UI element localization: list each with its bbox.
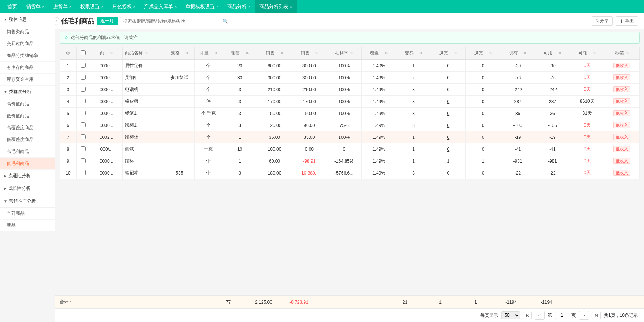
column-settings[interactable]: ⚙ — [60, 47, 77, 60]
prev-page-button[interactable]: ＜ — [535, 311, 545, 320]
nav-product-entry[interactable]: 产成品入库单 × — [140, 0, 181, 13]
nav-role-auth[interactable]: 角色授权 × — [108, 0, 140, 13]
nav-product-analysis[interactable]: 商品分析 × — [223, 0, 255, 13]
sidebar-group-cluster[interactable]: ▼ 类群度分析 — [0, 86, 55, 98]
sort-icon[interactable]: ⇅ — [419, 51, 422, 55]
close-icon[interactable]: × — [101, 5, 103, 9]
sidebar-item-category-sales-rate[interactable]: 商品分类助销率 — [0, 50, 55, 62]
close-icon[interactable]: × — [290, 5, 292, 9]
sidebar-item-high-value[interactable]: 高价值商品 — [0, 98, 55, 110]
sidebar-item-high-coverage[interactable]: 高覆盖度商品 — [0, 122, 55, 134]
sort-icon[interactable]: ⇅ — [281, 51, 283, 55]
sort-icon[interactable]: ⇅ — [558, 51, 561, 55]
row-checkbox[interactable] — [81, 99, 86, 103]
page-number-input[interactable] — [555, 312, 568, 319]
row-checkbox-cell[interactable] — [76, 155, 90, 167]
sort-icon[interactable]: ⇅ — [246, 51, 249, 55]
close-icon[interactable]: × — [174, 5, 177, 9]
sort-icon[interactable]: ⇅ — [350, 51, 353, 55]
row-checkbox[interactable] — [81, 75, 86, 80]
row-checkbox[interactable] — [81, 63, 86, 68]
row-checkbox[interactable] — [81, 158, 86, 163]
row-view1[interactable]: 0 — [431, 96, 465, 108]
row-checkbox[interactable] — [81, 146, 86, 151]
row-checkbox-cell[interactable] — [76, 84, 90, 96]
row-checkbox-cell[interactable] — [76, 108, 90, 119]
close-icon[interactable]: × — [133, 5, 135, 9]
sort-icon[interactable]: ⇅ — [145, 51, 148, 55]
row-checkbox-cell[interactable] — [76, 60, 90, 72]
share-button[interactable]: ⎘ 分享 — [592, 16, 613, 26]
sort-icon[interactable]: ⇅ — [385, 51, 388, 55]
row-current-stock: 36 — [500, 108, 535, 119]
row-sellable: 0天 — [570, 167, 605, 179]
row-view1[interactable]: 0 — [431, 60, 465, 72]
row-checkbox-cell[interactable] — [76, 143, 90, 155]
chevron-right-icon: ▶ — [4, 174, 7, 178]
row-checkbox-cell[interactable] — [76, 96, 90, 108]
last-page-button[interactable]: N — [592, 312, 601, 319]
nav-product-analysis-list[interactable]: 商品分析列表 × — [255, 0, 297, 13]
sort-icon[interactable]: ⇅ — [593, 51, 596, 55]
sort-icon[interactable]: ⇅ — [185, 51, 188, 55]
row-checkbox-cell[interactable] — [76, 119, 90, 131]
sidebar-item-stocked-goods[interactable]: 有库存的商品 — [0, 62, 55, 74]
row-sales-qty: 3 — [222, 84, 257, 96]
row-view1[interactable]: 0 — [431, 119, 465, 131]
sidebar-item-sales-goods[interactable]: 销售类商品 — [0, 26, 55, 38]
sort-icon[interactable]: ⇅ — [626, 51, 629, 55]
search-input[interactable] — [123, 19, 221, 24]
nav-permission-settings[interactable]: 权限设置 × — [76, 0, 108, 13]
next-page-button[interactable]: ＞ — [579, 311, 589, 320]
sidebar-item-low-margin[interactable]: 低毛利商品 — [0, 158, 55, 170]
sidebar-item-high-margin[interactable]: 高毛利商品 — [0, 146, 55, 158]
column-checkbox-all[interactable] — [76, 47, 90, 60]
select-all-checkbox[interactable] — [81, 50, 86, 55]
row-checkbox[interactable] — [81, 111, 86, 115]
nav-sales-order[interactable]: 销货单 × — [22, 0, 49, 13]
page-size-select[interactable]: 50 100 200 — [501, 311, 520, 319]
filter-recent-month-button[interactable]: 近一月 — [97, 17, 118, 25]
sidebar-group-circulation[interactable]: ▶ 流通性分析 — [0, 170, 55, 182]
sidebar-item-traded-goods[interactable]: 交易过的商品 — [0, 38, 55, 50]
sort-icon[interactable]: ⇅ — [110, 51, 113, 55]
sidebar-item-low-coverage[interactable]: 低覆盖度商品 — [0, 134, 55, 146]
row-view1[interactable]: 0 — [431, 84, 465, 96]
sort-icon[interactable]: ⇅ — [489, 51, 492, 55]
close-icon[interactable]: × — [69, 5, 71, 9]
row-checkbox[interactable] — [81, 87, 86, 92]
sidebar-group-marketing[interactable]: ▼ 营销推广分析 — [0, 195, 55, 208]
row-checkbox[interactable] — [81, 134, 86, 139]
export-button[interactable]: ⬆ 导出 — [616, 16, 638, 26]
row-checkbox[interactable] — [81, 170, 86, 175]
row-view1[interactable]: 1 — [431, 155, 465, 167]
nav-purchase-order[interactable]: 进货单 × — [49, 0, 76, 13]
nav-home[interactable]: 首页 — [3, 0, 22, 13]
row-view1[interactable]: 0 — [431, 131, 465, 143]
row-checkbox-cell[interactable] — [76, 72, 90, 84]
row-view1[interactable]: 0 — [431, 143, 465, 155]
sidebar-collapse-button[interactable]: « — [55, 17, 60, 25]
close-icon[interactable]: × — [42, 5, 44, 9]
sort-icon[interactable]: ⇅ — [315, 51, 318, 55]
sort-icon[interactable]: ⇅ — [454, 51, 457, 55]
row-view1[interactable]: 0 — [431, 167, 465, 179]
row-checkbox-cell[interactable] — [76, 167, 90, 179]
sidebar-group-overall[interactable]: ▼ 整体信息 — [0, 13, 55, 26]
close-icon[interactable]: × — [216, 5, 218, 9]
sidebar-item-inventory-capital[interactable]: 库存资金占用 — [0, 74, 55, 86]
nav-template-settings[interactable]: 单据模板设置 × — [181, 0, 223, 13]
first-page-button[interactable]: K — [523, 312, 532, 319]
sidebar-item-new-goods[interactable]: 新品 — [0, 220, 55, 232]
row-view1[interactable]: 0 — [431, 108, 465, 119]
sidebar-group-growth[interactable]: ▶ 成长性分析 — [0, 182, 55, 195]
row-checkbox[interactable] — [81, 122, 86, 127]
row-checkbox-cell[interactable] — [76, 131, 90, 143]
row-view1[interactable]: 0 — [431, 72, 465, 84]
sidebar-item-low-value[interactable]: 低价值商品 — [0, 110, 55, 122]
sidebar-item-all-goods[interactable]: 全部商品 — [0, 208, 55, 220]
sort-icon[interactable]: ⇅ — [214, 51, 217, 55]
close-icon[interactable]: × — [248, 5, 250, 9]
search-icon[interactable]: 🔍 — [222, 19, 228, 24]
sort-icon[interactable]: ⇅ — [523, 51, 526, 55]
